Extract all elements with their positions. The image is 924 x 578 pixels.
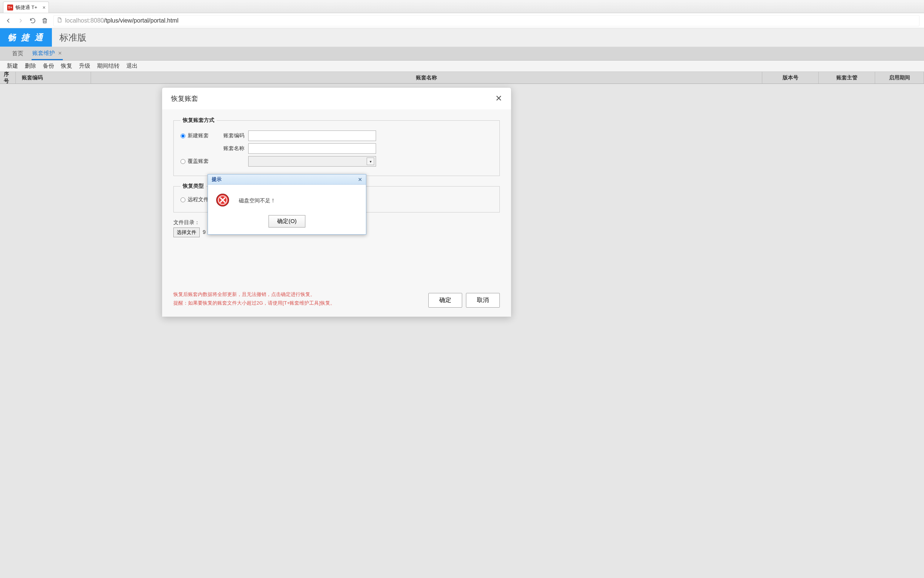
th-name: 账套名称 bbox=[91, 72, 762, 83]
restore-method-fieldset: 恢复账套方式 新建账套 账套编码 账套名称 覆盖账套 bbox=[173, 117, 500, 176]
trash-icon[interactable] bbox=[41, 17, 48, 24]
back-icon[interactable] bbox=[5, 17, 12, 24]
alert-header: 提示 ✕ bbox=[208, 174, 366, 185]
radio-remote-input[interactable] bbox=[180, 197, 185, 202]
tab-title: 畅捷通 T+ bbox=[15, 4, 37, 11]
file-hint-text: 9 bbox=[203, 229, 206, 235]
dialog-title: 恢复账套 bbox=[171, 94, 198, 103]
nav-tab-accounts[interactable]: 账套维护 ✕ bbox=[32, 47, 63, 60]
restore-method-legend: 恢复账套方式 bbox=[180, 117, 217, 124]
error-icon bbox=[216, 193, 230, 208]
restore-type-legend: 恢复类型 bbox=[180, 183, 206, 190]
address-bar[interactable]: localhost:8080/tplus/view/portal/portal.… bbox=[54, 15, 919, 26]
reload-icon[interactable] bbox=[29, 17, 36, 24]
radio-cover-account[interactable]: 覆盖账套 bbox=[180, 158, 214, 165]
th-code: 账套编码 bbox=[16, 72, 91, 83]
choose-file-button[interactable]: 选择文件 bbox=[173, 227, 200, 237]
alert-title: 提示 bbox=[212, 176, 221, 183]
alert-dialog: 提示 ✕ 磁盘空间不足！ 确定(O) bbox=[208, 174, 366, 235]
select-cover-account[interactable]: ▾ bbox=[248, 156, 376, 167]
nav-tabs: 首页 账套维护 ✕ bbox=[0, 47, 924, 60]
th-admin: 账套主管 bbox=[819, 72, 875, 83]
app-header: 畅 捷 通 标准版 bbox=[0, 28, 924, 47]
toolbar-new[interactable]: 新建 bbox=[7, 62, 18, 70]
toolbar-backup[interactable]: 备份 bbox=[43, 62, 54, 70]
radio-new-input[interactable] bbox=[180, 133, 185, 138]
ok-button[interactable]: 确定 bbox=[428, 293, 462, 308]
dialog-header: 恢复账套 ✕ bbox=[162, 88, 511, 109]
toolbar-upgrade[interactable]: 升级 bbox=[79, 62, 90, 70]
th-seq: 序号 bbox=[0, 72, 16, 83]
radio-new-account[interactable]: 新建账套 bbox=[180, 132, 214, 139]
edition-label: 标准版 bbox=[52, 28, 94, 47]
logo: 畅 捷 通 bbox=[0, 28, 52, 47]
input-account-name[interactable] bbox=[248, 143, 376, 154]
alert-close-icon[interactable]: ✕ bbox=[358, 177, 362, 182]
browser-tab-strip: T+ 畅捷通 T+ × bbox=[0, 0, 924, 13]
alert-ok-button[interactable]: 确定(O) bbox=[268, 215, 305, 227]
toolbar: 新建 删除 备份 恢复 升级 期间结转 退出 bbox=[0, 60, 924, 72]
warning-line2: 提醒：如果要恢复的账套文件大小超过2G，请使用[T+账套维护工具]恢复。 bbox=[173, 299, 335, 307]
alert-body: 磁盘空间不足！ bbox=[208, 185, 366, 213]
toolbar-exit[interactable]: 退出 bbox=[127, 62, 138, 70]
nav-tab-close-icon[interactable]: ✕ bbox=[58, 50, 62, 56]
alert-message: 磁盘空间不足！ bbox=[239, 197, 276, 204]
th-version: 版本号 bbox=[762, 72, 819, 83]
label-account-code: 账套编码 bbox=[218, 132, 244, 139]
toolbar-delete[interactable]: 删除 bbox=[25, 62, 36, 70]
nav-tab-label: 账套维护 bbox=[32, 50, 55, 57]
forward-icon[interactable] bbox=[17, 17, 24, 24]
url-text: localhost:8080/tplus/view/portal/portal.… bbox=[65, 17, 179, 24]
favicon-icon: T+ bbox=[7, 5, 13, 11]
radio-new-label: 新建账套 bbox=[188, 132, 209, 139]
tab-close-icon[interactable]: × bbox=[42, 5, 45, 11]
th-period: 启用期间 bbox=[875, 72, 924, 83]
input-account-code[interactable] bbox=[248, 130, 376, 141]
warning-text: 恢复后账套内数据将全部更新，且无法撤销，点击确定进行恢复。 提醒：如果要恢复的账… bbox=[173, 290, 335, 308]
page-icon bbox=[57, 17, 62, 24]
cancel-button[interactable]: 取消 bbox=[466, 293, 500, 308]
browser-toolbar: localhost:8080/tplus/view/portal/portal.… bbox=[0, 13, 924, 28]
radio-cover-label: 覆盖账套 bbox=[188, 158, 209, 165]
alert-footer: 确定(O) bbox=[208, 213, 366, 234]
radio-cover-input[interactable] bbox=[180, 159, 185, 164]
dialog-footer: 恢复后账套内数据将全部更新，且无法撤销，点击确定进行恢复。 提醒：如果要恢复的账… bbox=[162, 290, 511, 317]
dialog-close-icon[interactable]: ✕ bbox=[495, 94, 502, 104]
warning-line1: 恢复后账套内数据将全部更新，且无法撤销，点击确定进行恢复。 bbox=[173, 290, 335, 299]
browser-tab[interactable]: T+ 畅捷通 T+ × bbox=[3, 2, 49, 13]
toolbar-restore[interactable]: 恢复 bbox=[61, 62, 72, 70]
chevron-down-icon[interactable]: ▾ bbox=[367, 157, 374, 165]
label-account-name: 账套名称 bbox=[218, 145, 244, 152]
toolbar-period-carry[interactable]: 期间结转 bbox=[97, 62, 120, 70]
table-header: 序号 账套编码 账套名称 版本号 账套主管 启用期间 bbox=[0, 72, 924, 84]
nav-tab-home[interactable]: 首页 bbox=[11, 48, 24, 59]
